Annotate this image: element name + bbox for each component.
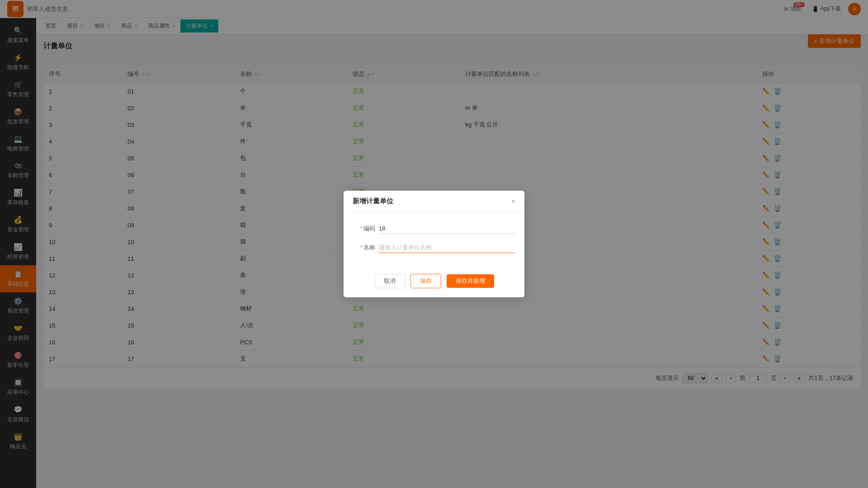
name-input[interactable] xyxy=(379,242,515,253)
dialog-close-button[interactable]: × xyxy=(511,197,515,206)
required-star-name: * xyxy=(360,244,363,251)
dialog-title: 新增计量单位 xyxy=(353,197,393,206)
dialog-header: 新增计量单位 × xyxy=(344,191,524,212)
save-new-button[interactable]: 保存并新增 xyxy=(447,274,494,288)
dialog-body: *编码 *名称 xyxy=(344,212,524,268)
code-label: *编码 xyxy=(353,225,375,233)
save-button[interactable]: 保存 xyxy=(410,274,441,288)
required-star-code: * xyxy=(360,225,363,232)
name-label: *名称 xyxy=(353,244,375,252)
form-row-code: *编码 xyxy=(353,223,515,234)
cancel-button[interactable]: 取消 xyxy=(374,274,405,288)
dialog-footer: 取消 保存 保存并新增 xyxy=(344,268,524,297)
modal-overlay: 新增计量单位 × *编码 *名称 取消 保存 保存并新增 xyxy=(0,0,868,488)
code-input[interactable] xyxy=(379,223,515,234)
dialog: 新增计量单位 × *编码 *名称 取消 保存 保存并新增 xyxy=(344,191,524,297)
form-row-name: *名称 xyxy=(353,242,515,253)
